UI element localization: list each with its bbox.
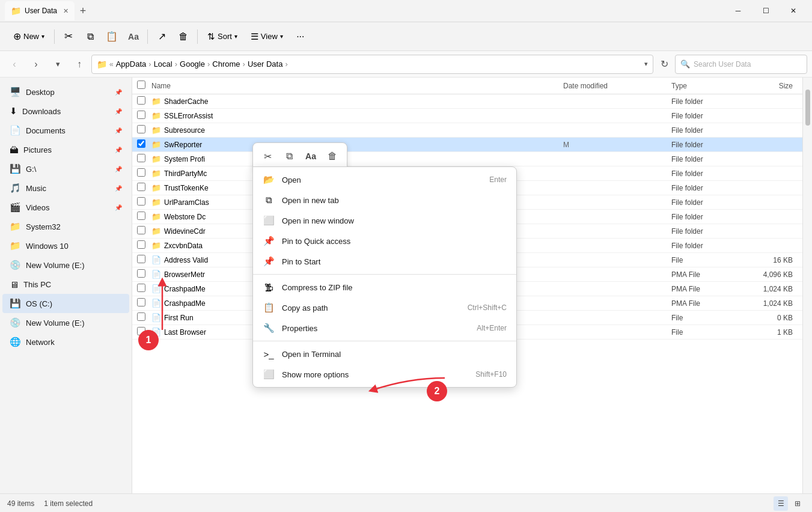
select-all-checkbox[interactable] <box>137 81 145 89</box>
row-check-5[interactable] <box>137 168 151 178</box>
row-check-1[interactable] <box>137 111 151 121</box>
sidebar-item-pictures[interactable]: 🏔 Pictures 📌 <box>2 140 129 159</box>
row-check-0[interactable] <box>137 96 151 106</box>
file-type-7: File folder <box>671 198 743 207</box>
new-button[interactable]: ⊕ New ▾ <box>7 26 50 47</box>
sidebar-item-system32[interactable]: 📁 System32 <box>2 217 129 236</box>
row-check-7[interactable] <box>137 197 151 207</box>
paste-icon: 📋 <box>106 31 118 42</box>
breadcrumb-local[interactable]: Local <box>154 59 172 69</box>
sidebar-item-documents[interactable]: 📄 Documents 📌 <box>2 121 129 140</box>
row-check-6[interactable] <box>137 183 151 193</box>
row-check-13[interactable] <box>137 284 151 294</box>
ctx-item-compress-zip[interactable]: 🗜 Compress to ZIP file <box>253 277 516 297</box>
vertical-scrollbar[interactable] <box>802 78 812 493</box>
add-tab-button[interactable]: + <box>75 2 91 19</box>
file-row[interactable]: 📁 System Profi File folder <box>132 152 802 166</box>
ctx-item-copy-path[interactable]: 📋 Copy as path Ctrl+Shift+C <box>253 297 516 318</box>
grid-view-button[interactable]: ⊞ <box>790 496 805 511</box>
sidebar-item-new-volume-e[interactable]: 💿 New Volume (E:) <box>2 255 129 275</box>
ctx-rename-button[interactable]: Aa <box>301 147 320 166</box>
sidebar-item-music[interactable]: 🎵 Music 📌 <box>2 178 129 198</box>
file-type-2: File folder <box>671 126 743 135</box>
sidebar-item-videos[interactable]: 🎬 Videos 📌 <box>2 198 129 217</box>
sidebar-icon-this-pc: 🖥 <box>10 279 19 290</box>
copy-button[interactable]: ⧉ <box>80 26 100 47</box>
sidebar-item-g-drive[interactable]: 💾 G:\ 📌 <box>2 159 129 178</box>
ctx-item-open-new-window[interactable]: ⬜ Open in new window <box>253 210 516 231</box>
breadcrumb-chrome[interactable]: Chrome <box>212 59 240 69</box>
ctx-cut-button[interactable]: ✂ <box>258 147 277 166</box>
address-bar[interactable]: 📁 « AppData › Local › Google › Chrome › … <box>91 55 653 74</box>
pin-icon: 📌 <box>115 108 122 115</box>
ctx-item-pin-quick[interactable]: 📌 Pin to Quick access <box>253 231 516 251</box>
row-check-15[interactable] <box>137 312 151 323</box>
sidebar-item-windows10[interactable]: 📁 Windows 10 <box>2 236 129 255</box>
file-row[interactable]: 📁 SSLErrorAssist File folder <box>132 109 802 123</box>
file-row[interactable]: 📁 SwReporter M File folder <box>132 138 802 152</box>
forward-button[interactable]: › <box>26 55 46 74</box>
maximize-button[interactable]: ☐ <box>752 0 780 22</box>
sidebar-item-this-pc[interactable]: 🖥 This PC <box>2 275 129 294</box>
row-check-12[interactable] <box>137 269 151 279</box>
sidebar-item-new-volume-e2[interactable]: 💿 New Volume (E:) <box>2 313 129 332</box>
file-icon-5: 📁 <box>151 169 161 178</box>
delete-button[interactable]: 🗑 <box>173 26 194 47</box>
ctx-item-open[interactable]: 📂 Open Enter <box>253 169 516 190</box>
rename-button[interactable]: Aa <box>123 26 144 47</box>
ctx-item-pin-start[interactable]: 📌 Pin to Start <box>253 251 516 272</box>
sidebar-item-network[interactable]: 🌐 Network <box>2 332 129 352</box>
breadcrumb-sep-5: › <box>285 59 287 69</box>
search-box[interactable]: 🔍 Search User Data <box>675 55 807 74</box>
minimize-button[interactable]: ─ <box>724 0 752 22</box>
ctx-item-open-new-tab[interactable]: ⧉ Open in new tab <box>253 190 516 210</box>
active-tab[interactable]: 📁 User Data ✕ <box>5 1 75 20</box>
sidebar-item-os-c[interactable]: 💾 OS (C:) <box>2 294 129 313</box>
ctx-item-properties[interactable]: 🔧 Properties Alt+Enter <box>253 318 516 338</box>
history-button[interactable]: ▾ <box>48 55 67 74</box>
view-button[interactable]: ☰ View ▾ <box>245 26 289 47</box>
row-check-16[interactable] <box>137 327 151 337</box>
ctx-label-copy-path: Copy as path <box>282 303 460 312</box>
up-button[interactable]: ↑ <box>70 55 89 74</box>
ctx-item-more-options[interactable]: ⬜ Show more options Shift+F10 <box>253 364 516 385</box>
row-check-9[interactable] <box>137 226 151 236</box>
row-check-4[interactable] <box>137 154 151 164</box>
new-chevron-icon: ▾ <box>41 33 44 40</box>
items-count: 49 items <box>7 499 34 508</box>
paste-button[interactable]: 📋 <box>102 26 122 47</box>
address-expand-icon[interactable]: ▾ <box>644 60 648 68</box>
row-check-2[interactable] <box>137 125 151 135</box>
file-row[interactable]: 📁 Subresource File folder <box>132 123 802 138</box>
row-check-3[interactable] <box>137 139 151 150</box>
sort-button[interactable]: ⇅ Sort ▾ <box>201 26 243 47</box>
scrollbar-thumb[interactable] <box>805 90 810 126</box>
row-check-11[interactable] <box>137 255 151 265</box>
ctx-icon-pin-quick: 📌 <box>263 235 275 247</box>
sidebar-item-downloads[interactable]: ⬇ Downloads 📌 <box>2 102 129 121</box>
row-check-14[interactable] <box>137 298 151 308</box>
row-check-8[interactable] <box>137 212 151 222</box>
share-button[interactable]: ↗ <box>151 26 172 47</box>
sidebar-item-desktop[interactable]: 🖥️ Desktop 📌 <box>2 82 129 102</box>
list-view-button[interactable]: ☰ <box>774 496 788 511</box>
breadcrumb-appdata[interactable]: AppData <box>116 59 147 69</box>
breadcrumb-google[interactable]: Google <box>180 59 205 69</box>
breadcrumb-userdata[interactable]: User Data <box>248 59 283 69</box>
close-window-button[interactable]: ✕ <box>780 0 807 22</box>
ctx-copy-button[interactable]: ⧉ <box>279 147 299 166</box>
more-button[interactable]: ··· <box>290 26 311 47</box>
header-name[interactable]: Name <box>151 82 563 90</box>
view-chevron-icon: ▾ <box>280 33 283 40</box>
ctx-delete-button[interactable]: 🗑 <box>323 147 342 166</box>
file-row[interactable]: 📁 ShaderCache File folder <box>132 94 802 109</box>
header-date[interactable]: Date modified <box>563 82 671 90</box>
ctx-item-open-terminal[interactable]: >_ Open in Terminal <box>253 344 516 364</box>
refresh-button[interactable]: ↻ <box>656 56 673 73</box>
tab-close-button[interactable]: ✕ <box>63 7 69 15</box>
cut-button[interactable]: ✂ <box>58 26 79 47</box>
file-icon-4: 📁 <box>151 154 161 163</box>
back-button[interactable]: ‹ <box>5 55 24 74</box>
row-check-10[interactable] <box>137 240 151 251</box>
file-icon-0: 📁 <box>151 97 161 106</box>
